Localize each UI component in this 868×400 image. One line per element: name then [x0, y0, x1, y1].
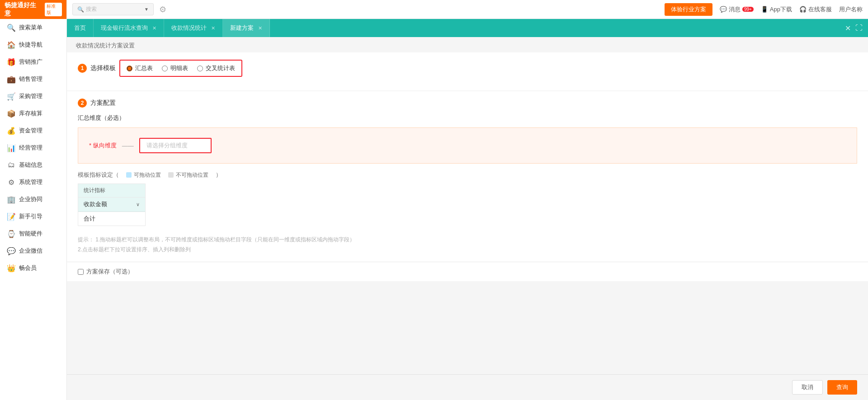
radio-cross-label: 交叉统计表: [206, 64, 235, 72]
message-badge: 99+: [742, 7, 754, 12]
sidebar-item-label: 搜索菜单: [19, 24, 42, 32]
message-button[interactable]: 💬 消息 99+: [720, 5, 754, 14]
enterprise-icon: 🏢: [7, 195, 15, 203]
tab-new-plan-label: 新建方案: [230, 24, 254, 32]
sidebar-item-quick-nav[interactable]: 🏠 快捷导航: [0, 36, 66, 53]
stat-section-label: 统计指标: [84, 187, 105, 193]
tab-home[interactable]: 首页: [67, 19, 94, 37]
purchase-icon: 🛒: [7, 92, 15, 100]
step2-section: 2 方案配置 汇总维度（必选） * 纵向维度 —— 请选择分组维度 模板指标设定…: [67, 91, 868, 262]
radio-detail-label: 明细表: [170, 64, 188, 72]
step1-header: 1 选择模板 汇总表 明细表 交叉统计表: [78, 60, 857, 77]
sidebar-item-member[interactable]: 👑 畅会员: [0, 259, 66, 277]
message-label: 消息: [729, 5, 741, 14]
radio-detail[interactable]: 明细表: [162, 64, 188, 72]
dim-arrow-icon: ——: [122, 142, 134, 149]
sidebar-item-label: 经营管理: [19, 144, 42, 152]
maximize-icon[interactable]: ⛶: [855, 24, 863, 32]
sidebar-item-sales[interactable]: 💼 销售管理: [0, 71, 66, 88]
sidebar-item-label: 智能硬件: [19, 230, 42, 238]
sidebar-item-search-menu[interactable]: 🔍 搜索菜单: [0, 19, 66, 36]
sidebar-item-label: 企业协同: [19, 195, 42, 203]
step1-title: 选择模板: [90, 64, 116, 72]
radio-cross[interactable]: 交叉统计表: [197, 64, 235, 72]
message-icon: 💬: [720, 6, 727, 13]
radio-summary[interactable]: 汇总表: [127, 64, 153, 72]
download-button[interactable]: 📱 App下载: [761, 5, 792, 14]
sidebar-item-label: 库存核算: [19, 109, 42, 118]
query-button[interactable]: 查询: [827, 380, 857, 395]
sidebar-item-smart-hw[interactable]: ⌚ 智能硬件: [0, 225, 66, 242]
sidebar-item-marketing[interactable]: 🎁 营销推广: [0, 53, 66, 71]
legend-fixed-label: 不可拖动位置: [176, 171, 208, 179]
save-checkbox-label[interactable]: 方案保存（可选）: [78, 268, 133, 276]
dim-select-box[interactable]: 请选择分组维度: [139, 138, 212, 153]
service-label: 在线客服: [808, 5, 832, 14]
service-button[interactable]: 🎧 在线客服: [799, 5, 832, 14]
search-menu-icon: 🔍: [7, 24, 15, 32]
sidebar-item-label: 快捷导航: [19, 41, 42, 49]
tab-cash-flow[interactable]: 现金银行流水查询 ✕: [94, 19, 164, 37]
legend-draggable-label: 可拖动位置: [134, 171, 161, 179]
operations-icon: 📊: [7, 144, 15, 152]
tab-receipt-stats[interactable]: 收款情况统计 ✕: [164, 19, 223, 37]
radio-cross-input[interactable]: [197, 66, 203, 71]
radio-summary-input[interactable]: [127, 66, 132, 71]
sidebar-item-label: 畅会员: [19, 264, 37, 272]
tip-1: 提示： 1.拖动标题栏可以调整布局，不可跨维度或指标区域拖动栏目字段（只能在同一…: [78, 235, 857, 245]
sidebar-item-enterprise[interactable]: 🏢 企业协同: [0, 191, 66, 208]
template-select-group: 汇总表 明细表 交叉统计表: [119, 60, 242, 77]
sales-icon: 💼: [7, 75, 15, 83]
sidebar-item-label: 资金管理: [19, 127, 42, 135]
gift-icon: 🎁: [7, 58, 15, 66]
page-title-bar: 收款情况统计方案设置: [67, 37, 868, 52]
stat-header: 统计指标: [78, 184, 145, 198]
dim-section-title: 汇总维度（必选）: [78, 114, 857, 122]
topbar-actions: 体验行业方案 💬 消息 99+ 📱 App下载 🎧 在线客服 用户名称: [665, 3, 863, 16]
metric-title-close: ）: [216, 171, 222, 179]
step2-badge: 2: [78, 99, 87, 108]
download-icon: 📱: [761, 6, 768, 13]
stat-item-receipt[interactable]: 收款金额 ∨: [78, 198, 145, 212]
topbar: 🔍 搜索 ▼ ⚙ 体验行业方案 💬 消息 99+ 📱 App下载 🎧 在线客服 …: [67, 0, 868, 19]
sidebar-item-finance[interactable]: 💰 资金管理: [0, 122, 66, 139]
stat-total-label: 合计: [84, 215, 95, 222]
trial-button[interactable]: 体验行业方案: [665, 3, 712, 16]
member-icon: 👑: [7, 264, 15, 272]
chevron-down-icon: ▼: [144, 7, 149, 12]
tab-new-plan[interactable]: 新建方案 ✕: [223, 19, 270, 37]
tab-new-plan-close[interactable]: ✕: [258, 25, 262, 31]
radio-detail-input[interactable]: [162, 66, 168, 71]
step1-badge: 1: [78, 64, 87, 73]
sidebar-item-basic-info[interactable]: 🗂 基础信息: [0, 156, 66, 174]
cancel-button[interactable]: 取消: [792, 380, 823, 395]
settings-icon[interactable]: ⚙: [159, 5, 166, 14]
tab-cash-flow-close[interactable]: ✕: [152, 25, 156, 31]
sidebar-item-label: 销售管理: [19, 75, 42, 83]
save-checkbox[interactable]: [78, 269, 84, 275]
sidebar-item-guide[interactable]: 📝 新手引导: [0, 208, 66, 225]
legend-fixed-color: [168, 172, 174, 178]
sidebar-item-system[interactable]: ⚙ 系统管理: [0, 174, 66, 191]
sidebar-item-operations[interactable]: 📊 经营管理: [0, 139, 66, 156]
sidebar-item-inventory[interactable]: 📦 库存核算: [0, 105, 66, 122]
tips-section: 提示： 1.拖动标题栏可以调整布局，不可跨维度或指标区域拖动栏目字段（只能在同一…: [78, 235, 857, 254]
tab-receipt-stats-close[interactable]: ✕: [211, 25, 215, 31]
metric-legend: 可拖动位置 不可拖动位置: [126, 171, 208, 179]
legend-fixed: 不可拖动位置: [168, 171, 208, 179]
topbar-search-bar[interactable]: 🔍 搜索 ▼: [72, 3, 154, 15]
sidebar-item-label: 基础信息: [19, 161, 42, 169]
radio-summary-label: 汇总表: [135, 64, 153, 72]
sidebar-item-wechat[interactable]: 💬 企业微信: [0, 242, 66, 259]
metric-section: 模板指标设定（ 可拖动位置 不可拖动位置 ）: [78, 171, 857, 226]
search-icon: 🔍: [77, 6, 84, 13]
user-name[interactable]: 用户名称: [839, 5, 863, 14]
close-window-icon[interactable]: ✕: [845, 24, 851, 33]
stat-indicators-table: 统计指标 收款金额 ∨ 合计: [78, 184, 146, 226]
page-title: 收款情况统计方案设置: [76, 42, 135, 49]
sidebar-item-label: 系统管理: [19, 178, 42, 186]
sidebar-item-purchase[interactable]: 🛒 采购管理: [0, 88, 66, 105]
metric-header: 模板指标设定（ 可拖动位置 不可拖动位置 ）: [78, 171, 857, 179]
save-checkbox-text: 方案保存（可选）: [86, 268, 133, 276]
search-text: 搜索: [86, 5, 97, 13]
